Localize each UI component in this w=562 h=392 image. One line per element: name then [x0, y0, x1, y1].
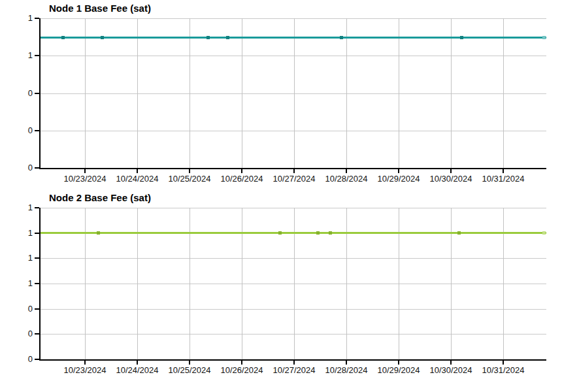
v-gridline: [451, 18, 452, 168]
x-tick-label: 10/30/2024: [422, 365, 480, 375]
v-gridline: [190, 208, 190, 359]
h-gridline: [41, 208, 546, 208]
v-gridline: [85, 208, 86, 359]
data-point-marker: [340, 36, 343, 39]
x-axis-spine: [39, 168, 546, 169]
h-gridline: [41, 131, 546, 131]
chart-title-node2: Node 2 Base Fee (sat): [49, 192, 151, 203]
x-tick-label: 10/25/2024: [160, 365, 219, 375]
y-tick-label: 0: [7, 304, 33, 314]
x-tick-label: 10/24/2024: [108, 365, 167, 375]
data-point-marker: [316, 231, 320, 235]
y-tick-mark: [35, 333, 39, 335]
v-gridline: [346, 18, 347, 168]
x-tick-label: 10/26/2024: [212, 174, 271, 184]
data-point-marker: [101, 36, 104, 39]
data-point-marker: [457, 231, 461, 235]
x-tick-label: 10/28/2024: [317, 365, 376, 375]
y-tick-mark: [35, 93, 39, 94]
v-gridline: [399, 208, 399, 359]
x-tick-mark: [137, 169, 138, 173]
data-point-marker: [207, 36, 210, 39]
h-gridline: [41, 56, 546, 56]
h-gridline: [41, 93, 546, 94]
x-tick-mark: [241, 361, 242, 365]
x-tick-label: 10/31/2024: [474, 365, 533, 375]
data-point-marker: [542, 36, 546, 39]
x-tick-mark: [241, 169, 242, 173]
x-tick-label: 10/27/2024: [265, 365, 323, 375]
data-point-marker: [329, 231, 332, 235]
y-tick-label: 0: [7, 329, 33, 338]
series-line-1: [41, 37, 546, 39]
y-tick-label: 1: [7, 14, 33, 23]
y-tick-label: 1: [7, 51, 33, 60]
y-tick-mark: [35, 55, 39, 56]
v-gridline: [137, 208, 138, 359]
x-tick-mark: [346, 169, 347, 173]
v-gridline: [242, 208, 242, 359]
x-tick-label: 10/28/2024: [317, 174, 376, 184]
v-gridline: [294, 18, 295, 168]
v-gridline: [294, 208, 295, 359]
v-gridline: [399, 18, 399, 168]
v-gridline: [85, 18, 86, 168]
h-gridline: [41, 284, 546, 284]
h-gridline: [41, 258, 546, 259]
y-tick-mark: [35, 167, 39, 169]
x-tick-label: 10/27/2024: [265, 174, 323, 184]
v-gridline: [242, 18, 242, 168]
x-tick-label: 10/23/2024: [56, 174, 114, 184]
x-tick-mark: [503, 361, 504, 365]
y-tick-label: 1: [7, 229, 33, 238]
y-tick-label: 0: [7, 89, 33, 98]
x-tick-mark: [84, 361, 86, 365]
chart-title-node1: Node 1 Base Fee (sat): [49, 3, 151, 14]
x-tick-label: 10/23/2024: [56, 365, 114, 375]
x-tick-mark: [189, 361, 190, 365]
y-tick-mark: [35, 130, 39, 131]
x-tick-mark: [346, 361, 347, 365]
v-gridline: [190, 18, 190, 168]
x-tick-label: 10/24/2024: [108, 174, 167, 184]
x-axis-spine: [39, 359, 546, 361]
y-tick-label: 1: [7, 253, 33, 263]
y-axis-spine: [39, 18, 41, 169]
data-point-marker: [460, 36, 463, 39]
y-tick-mark: [35, 233, 39, 234]
h-gridline: [41, 334, 546, 335]
y-tick-label: 0: [7, 126, 33, 135]
x-tick-mark: [84, 169, 86, 173]
x-tick-mark: [293, 361, 295, 365]
x-tick-mark: [450, 361, 452, 365]
x-tick-mark: [137, 361, 138, 365]
y-tick-mark: [35, 18, 39, 19]
data-point-marker: [97, 231, 100, 235]
series-line-2: [41, 232, 546, 234]
x-tick-mark: [398, 361, 399, 365]
y-tick-label: 1: [7, 203, 33, 212]
v-gridline: [137, 18, 138, 168]
x-tick-mark: [503, 169, 504, 173]
x-tick-mark: [189, 169, 190, 173]
x-tick-label: 10/29/2024: [369, 174, 428, 184]
x-tick-label: 10/30/2024: [422, 174, 480, 184]
x-tick-mark: [293, 169, 295, 173]
y-tick-label: 1: [7, 279, 33, 288]
x-tick-label: 10/25/2024: [160, 174, 219, 184]
x-tick-label: 10/26/2024: [212, 365, 271, 375]
v-gridline: [451, 208, 452, 359]
x-tick-mark: [398, 169, 399, 173]
v-gridline: [346, 208, 347, 359]
x-tick-label: 10/31/2024: [474, 174, 533, 184]
y-tick-mark: [35, 283, 39, 284]
data-point-marker: [542, 231, 546, 235]
data-point-marker: [61, 36, 65, 39]
data-point-marker: [278, 231, 282, 235]
y-tick-label: 0: [7, 163, 33, 172]
h-gridline: [41, 18, 546, 19]
y-tick-label: 0: [7, 355, 33, 364]
x-tick-mark: [450, 169, 452, 173]
y-tick-mark: [35, 207, 39, 208]
y-tick-mark: [35, 308, 39, 310]
